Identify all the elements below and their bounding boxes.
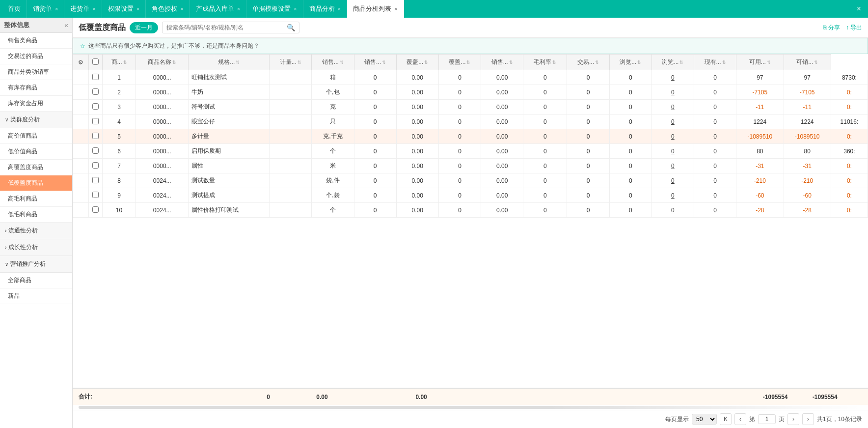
nav-tab-analysis-list[interactable]: 商品分析列表 × [347, 0, 404, 18]
row-browse1[interactable]: 0 [651, 70, 694, 85]
row-browse1[interactable]: 0 [651, 100, 694, 114]
row-select-checkbox[interactable] [92, 147, 99, 154]
sidebar-collapse-button[interactable]: « [64, 21, 68, 29]
row-checkbox[interactable] [89, 144, 103, 159]
nav-tab-role[interactable]: 角色授权 × [146, 0, 190, 18]
sidebar-section-cluster[interactable]: ∨ 类群度分析 [0, 112, 72, 128]
column-unit[interactable]: 计量...⇅ [270, 55, 312, 70]
export-button[interactable]: ↑ 导出 [846, 24, 862, 32]
close-icon[interactable]: × [394, 6, 397, 12]
next-page-button[interactable]: › [787, 413, 799, 425]
nav-tab-template[interactable]: 单据模板设置 × [246, 0, 303, 18]
nav-tab-home[interactable]: 首页 [2, 0, 27, 18]
prev-page-button[interactable]: ‹ [734, 413, 746, 425]
close-icon[interactable]: × [136, 6, 139, 12]
row-select-checkbox[interactable] [92, 118, 99, 124]
close-all-tabs-button[interactable]: × [852, 4, 866, 13]
sidebar-section-marketing[interactable]: ∨ 营销推广分析 [0, 256, 72, 273]
row-settings[interactable] [73, 188, 89, 203]
row-checkbox[interactable] [89, 70, 103, 85]
column-name[interactable]: 商品名称⇅ [136, 55, 189, 70]
share-button[interactable]: ⎘ 分享 [823, 24, 840, 32]
column-trade[interactable]: 交易...⇅ [567, 55, 609, 70]
row-checkbox[interactable] [89, 114, 103, 129]
last-page-button[interactable]: › [802, 413, 814, 425]
sidebar-item-high-coverage[interactable]: 高覆盖度商品 [0, 160, 72, 175]
row-checkbox[interactable] [89, 159, 103, 173]
page-number-input[interactable] [758, 414, 776, 424]
column-sales-amount[interactable]: 销售...⇅ [354, 55, 396, 70]
close-icon[interactable]: × [92, 6, 95, 12]
close-icon[interactable]: × [180, 6, 183, 12]
nav-tab-sales[interactable]: 销货单 × [27, 0, 64, 18]
column-checkbox[interactable] [89, 55, 103, 70]
close-icon[interactable]: × [338, 6, 341, 12]
horizontal-scrollbar[interactable] [79, 406, 862, 409]
sidebar-item-stock-goods[interactable]: 有库存商品 [0, 80, 72, 96]
row-select-checkbox[interactable] [92, 162, 99, 169]
row-browse1[interactable]: 0 [651, 85, 694, 100]
column-coverage2[interactable]: 覆盖...⇅ [438, 55, 481, 70]
column-settings[interactable]: ⚙ [73, 55, 89, 70]
row-settings[interactable] [73, 70, 89, 85]
column-coverage1[interactable]: 覆盖...⇅ [396, 55, 438, 70]
row-settings[interactable] [73, 114, 89, 129]
sidebar-item-stock-capital[interactable]: 库存资金占用 [0, 96, 72, 112]
row-settings[interactable] [73, 129, 89, 144]
column-browse1[interactable]: 浏览...⇅ [609, 55, 651, 70]
row-browse1[interactable]: 0 [651, 203, 694, 218]
row-select-checkbox[interactable] [92, 192, 99, 198]
row-browse1[interactable]: 0 [651, 159, 694, 173]
row-select-checkbox[interactable] [92, 206, 99, 213]
nav-tab-purchase[interactable]: 进货单 × [64, 0, 102, 18]
sidebar-section-liquidity[interactable]: › 流通性分析 [0, 223, 72, 239]
row-select-checkbox[interactable] [92, 103, 99, 110]
column-code[interactable]: 商...⇅ [103, 55, 136, 70]
row-browse1[interactable]: 0 [651, 129, 694, 144]
nav-tab-permission[interactable]: 权限设置 × [102, 0, 146, 18]
sidebar-item-low-margin[interactable]: 低毛利商品 [0, 207, 72, 223]
row-settings[interactable] [73, 159, 89, 173]
row-settings[interactable] [73, 100, 89, 114]
row-select-checkbox[interactable] [92, 74, 99, 80]
column-sellable[interactable]: 可销...⇅ [784, 55, 831, 70]
sidebar-item-high-value[interactable]: 高价值商品 [0, 128, 72, 144]
sidebar-item-sales-goods[interactable]: 销售类商品 [0, 33, 72, 49]
row-select-checkbox[interactable] [92, 133, 99, 139]
close-icon[interactable]: × [237, 6, 240, 12]
row-settings[interactable] [73, 203, 89, 218]
row-settings[interactable] [73, 85, 89, 100]
search-icon[interactable]: 🔍 [287, 24, 295, 31]
row-checkbox[interactable] [89, 100, 103, 114]
row-checkbox[interactable] [89, 129, 103, 144]
column-sales-x[interactable]: 销售...⇅ [481, 55, 523, 70]
row-browse1[interactable]: 0 [651, 173, 694, 188]
row-checkbox[interactable] [89, 173, 103, 188]
column-sales-count[interactable]: 销售...⇅ [312, 55, 354, 70]
column-spec[interactable]: 规格...⇅ [189, 55, 270, 70]
column-gross-rate[interactable]: 毛利率⇅ [523, 55, 567, 70]
sidebar-item-high-margin[interactable]: 高毛利商品 [0, 191, 72, 207]
column-current[interactable]: 现有...⇅ [694, 55, 736, 70]
sidebar-item-new-goods[interactable]: 新品 [0, 288, 72, 304]
row-settings[interactable] [73, 144, 89, 159]
nav-tab-product-in[interactable]: 产成品入库单 × [190, 0, 246, 18]
close-icon[interactable]: × [294, 6, 297, 12]
table-container[interactable]: ⚙ 商...⇅ 商品名称⇅ 规格...⇅ 计量...⇅ 销售...⇅ 销售...… [73, 54, 868, 388]
sidebar-item-category-rate[interactable]: 商品分类动销率 [0, 64, 72, 80]
row-browse1[interactable]: 0 [651, 188, 694, 203]
row-checkbox[interactable] [89, 85, 103, 100]
row-checkbox[interactable] [89, 203, 103, 218]
row-browse1[interactable]: 0 [651, 144, 694, 159]
page-size-select[interactable]: 50 20 100 [692, 414, 717, 425]
row-browse1[interactable]: 0 [651, 114, 694, 129]
close-icon[interactable]: × [55, 6, 58, 12]
sidebar-item-traded-goods[interactable]: 交易过的商品 [0, 49, 72, 64]
search-input[interactable] [166, 24, 287, 31]
row-settings[interactable] [73, 173, 89, 188]
nav-tab-analysis[interactable]: 商品分析 × [303, 0, 347, 18]
select-all-checkbox[interactable] [92, 58, 99, 65]
filter-period-button[interactable]: 近一月 [130, 22, 158, 33]
sidebar-item-low-coverage[interactable]: 低覆盖度商品 [0, 175, 72, 191]
row-select-checkbox[interactable] [92, 88, 99, 95]
